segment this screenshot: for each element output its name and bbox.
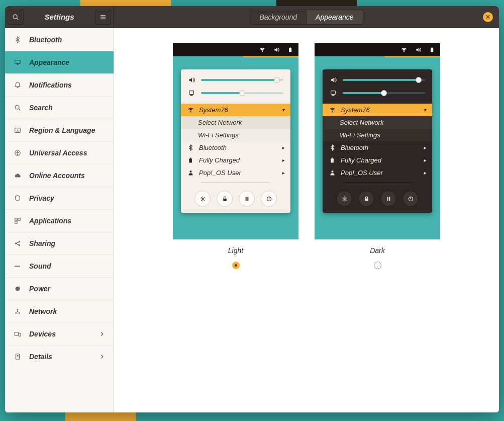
accent-underline xyxy=(243,56,298,57)
svg-rect-37 xyxy=(431,48,433,52)
window-close-button[interactable]: ✕ xyxy=(483,12,493,22)
menu-row-user[interactable]: Pop!_OS User▸ xyxy=(323,166,432,179)
sidebar-item-label: Details xyxy=(29,353,52,361)
sidebar-item-sharing[interactable]: Sharing xyxy=(5,232,114,255)
menu-row-user[interactable]: Pop!_OS User▸ xyxy=(181,166,290,179)
brightness-slider[interactable] xyxy=(330,90,425,97)
svg-point-43 xyxy=(331,171,333,173)
svg-point-30 xyxy=(201,198,203,199)
svg-rect-10 xyxy=(18,218,20,220)
sidebar-item-applications[interactable]: Applications xyxy=(5,209,114,232)
preview-topbar xyxy=(315,43,440,56)
sidebar-item-search[interactable]: Search xyxy=(5,96,114,119)
power-button[interactable] xyxy=(402,191,419,207)
pause-button[interactable] xyxy=(239,191,255,207)
brightness-icon xyxy=(188,90,196,97)
battery-icon xyxy=(187,157,194,163)
chevron-right-icon xyxy=(98,353,106,360)
chevron-right-icon: ▸ xyxy=(424,170,426,176)
sidebar-item-privacy[interactable]: Privacy xyxy=(5,187,114,209)
volume-slider[interactable] xyxy=(330,76,425,83)
window-title: Settings xyxy=(26,13,92,21)
separator xyxy=(201,182,270,183)
svg-rect-11 xyxy=(15,221,17,223)
chevron-right-icon: ▸ xyxy=(424,145,426,150)
tab-background[interactable]: Background xyxy=(250,10,307,24)
sidebar-item-label: Privacy xyxy=(29,194,54,202)
svg-line-4 xyxy=(19,109,20,110)
sidebar-item-online-accounts[interactable]: Online Accounts xyxy=(5,164,114,187)
menu-row-battery[interactable]: Fully Charged▸ xyxy=(181,154,290,166)
svg-rect-39 xyxy=(331,91,336,95)
sidebar-item-label: Sound xyxy=(29,262,51,270)
power-icon xyxy=(266,196,272,202)
brightness-icon xyxy=(330,90,338,97)
svg-point-26 xyxy=(190,112,191,113)
sidebar-item-power[interactable]: Power xyxy=(5,277,114,300)
lock-button[interactable] xyxy=(217,191,233,207)
sidebar-item-notifications[interactable]: Notifications xyxy=(5,73,114,96)
search-icon xyxy=(12,14,19,21)
menu-row-battery[interactable]: Fully Charged▸ xyxy=(323,154,432,166)
sidebar-item-devices[interactable]: Devices xyxy=(5,322,114,345)
access-icon xyxy=(13,148,22,157)
svg-rect-42 xyxy=(331,158,332,159)
sidebar-item-region-language[interactable]: ARegion & Language xyxy=(5,119,114,141)
gear-icon xyxy=(341,196,348,202)
power-button[interactable] xyxy=(261,191,277,207)
gear-icon xyxy=(199,196,206,202)
theme-radio-light[interactable] xyxy=(232,262,240,269)
bluetooth-icon xyxy=(329,144,336,151)
menu-row-bluetooth[interactable]: Bluetooth▸ xyxy=(323,141,432,154)
sidebar-item-details[interactable]: Details xyxy=(5,345,114,368)
sidebar: BluetoothAppearanceNotificationsSearchAR… xyxy=(5,28,114,412)
sidebar-item-network[interactable]: Network xyxy=(5,300,114,322)
lock-button[interactable] xyxy=(358,191,374,207)
pause-button[interactable] xyxy=(380,191,396,207)
sidebar-item-label: Region & Language xyxy=(29,126,95,134)
chevron-right-icon xyxy=(98,330,106,338)
wifi-row[interactable]: System76▾ xyxy=(323,104,432,116)
close-icon: ✕ xyxy=(485,14,490,21)
preview-popover: System76▾Select NetworkWi-Fi SettingsBlu… xyxy=(181,69,290,213)
bell-icon xyxy=(13,80,22,90)
chevron-down-icon: ▾ xyxy=(282,107,284,113)
brightness-slider[interactable] xyxy=(188,90,283,97)
hamburger-icon xyxy=(99,14,107,21)
sidebar-item-universal-access[interactable]: Universal Access xyxy=(5,141,114,164)
theme-option-dark: System76▾Select NetworkWi-Fi SettingsBlu… xyxy=(315,43,440,269)
svg-point-22 xyxy=(262,51,263,52)
sidebar-item-label: Universal Access xyxy=(29,149,87,157)
wifi-select-network[interactable]: Select Network xyxy=(323,116,432,129)
bluetooth-icon xyxy=(13,35,22,44)
svg-rect-27 xyxy=(189,158,192,162)
wifi-row[interactable]: System76▾ xyxy=(181,104,290,116)
devices-icon xyxy=(13,329,22,339)
lock-icon xyxy=(222,196,228,202)
sidebar-item-sound[interactable]: Sound xyxy=(5,255,114,277)
gear-button[interactable] xyxy=(336,191,352,207)
theme-label: Dark xyxy=(370,246,385,255)
search-button[interactable] xyxy=(8,10,24,25)
volume-slider[interactable] xyxy=(188,76,283,83)
share-icon xyxy=(13,239,22,248)
svg-rect-19 xyxy=(15,332,19,335)
gear-button[interactable] xyxy=(194,191,211,207)
monitor-icon xyxy=(13,58,22,67)
volume-icon xyxy=(188,76,196,83)
svg-point-3 xyxy=(15,105,19,109)
hamburger-menu-button[interactable] xyxy=(95,10,111,25)
sidebar-item-bluetooth[interactable]: Bluetooth xyxy=(5,28,114,51)
svg-point-40 xyxy=(332,112,333,113)
wifi-icon xyxy=(329,107,336,113)
wifi-network-name: System76 xyxy=(341,106,370,114)
svg-rect-45 xyxy=(365,198,368,201)
wifi-settings[interactable]: Wi-Fi Settings xyxy=(181,129,290,141)
wifi-settings[interactable]: Wi-Fi Settings xyxy=(323,129,432,141)
svg-rect-23 xyxy=(289,48,291,52)
tab-appearance[interactable]: Appearance xyxy=(307,10,363,24)
theme-radio-dark[interactable] xyxy=(374,262,381,269)
wifi-select-network[interactable]: Select Network xyxy=(181,116,290,129)
sidebar-item-appearance[interactable]: Appearance xyxy=(5,51,114,73)
menu-row-bluetooth[interactable]: Bluetooth▸ xyxy=(181,141,290,154)
